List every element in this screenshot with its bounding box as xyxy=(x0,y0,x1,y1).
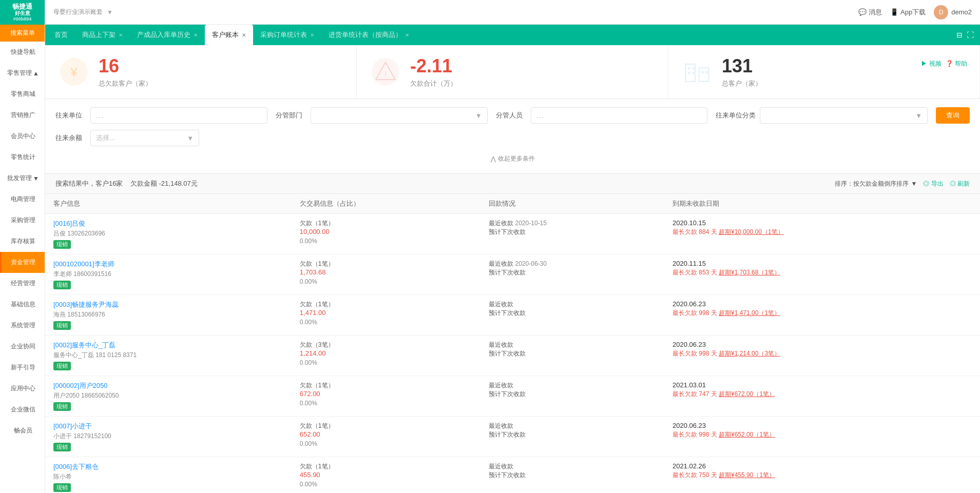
chevron-down-icon: ▼ xyxy=(475,112,482,120)
col-overdue-date: 到期未收款日期 xyxy=(664,194,980,214)
sidebar-item-apps[interactable]: 应用中心 xyxy=(0,378,45,399)
export-btn[interactable]: ◎ 导出 xyxy=(923,180,943,188)
filter-collapse-btn[interactable]: ⋀ 收起更多条件 xyxy=(55,152,970,165)
sidebar-logo[interactable]: 畅捷通 好生意 #00b894 xyxy=(0,0,45,25)
sidebar-item-quick-nav[interactable]: 快捷导航 xyxy=(0,42,45,63)
overdue-days: 最长欠款 750 天 超期¥455.90（1笔） xyxy=(672,471,972,480)
customer-name-link[interactable]: [0016]吕俊 xyxy=(53,220,85,227)
customer-name-link[interactable]: [0003]畅捷服务尹海蕊 xyxy=(53,301,119,308)
app-download-btn[interactable]: 📱 App下载 xyxy=(890,8,926,17)
sidebar-item-retail-stats[interactable]: 零售统计 xyxy=(0,147,45,168)
main-content: 母婴行业演示账套 ▼ 💬 消息 📱 App下载 D demo2 首页 商品上下架… xyxy=(45,0,980,493)
cell-customer-info: [0002]服务中心_丁磊 服务中心_丁磊 181 0125 8371 现销 xyxy=(45,336,292,376)
sidebar-search[interactable]: 搜索菜单 xyxy=(0,25,45,42)
overdue-link[interactable]: 超期¥672.00（1笔） xyxy=(719,390,775,398)
table-row[interactable]: [0001020001]李老师 李老师 18600391516 现销 欠款（1笔… xyxy=(45,254,980,295)
tab-close-inventory-stats[interactable]: ✕ xyxy=(405,32,409,38)
balance-select[interactable]: 选择... ▼ xyxy=(90,130,199,146)
top-header: 母婴行业演示账套 ▼ 💬 消息 📱 App下载 D demo2 xyxy=(45,0,980,25)
tab-inventory-stats[interactable]: 进货单统计表（按商品） ✕ xyxy=(321,25,416,45)
tab-purchase-order[interactable]: 采购订单统计表 ✕ xyxy=(253,25,321,45)
video-help-btn[interactable]: ▶ 视频 xyxy=(921,60,941,68)
stat-label-debt-customers: 总欠款客户（家） xyxy=(99,79,344,88)
debt-amount[interactable]: 672.00 xyxy=(300,390,472,398)
table-row[interactable]: [0003]畅捷服务尹海蕊 海燕 18513066976 现销 欠款（1笔） 1… xyxy=(45,295,980,336)
stat-number-debt-customers: 16 xyxy=(99,55,344,77)
tab-close-products[interactable]: ✕ xyxy=(119,32,123,38)
debt-amount[interactable]: 1,703.68 xyxy=(300,268,472,276)
stat-info-debt-amount: -2.11 欠款合计（万） xyxy=(410,55,656,88)
tab-minimize-icon[interactable]: ⊟ xyxy=(956,31,963,39)
sidebar-item-purchase[interactable]: 采购管理 xyxy=(0,210,45,231)
help-btn[interactable]: ❓ 帮助 xyxy=(946,60,967,68)
table-row[interactable]: [0007]小进干 小进干 18279152100 现销 欠款（1笔） 652.… xyxy=(45,417,980,457)
sidebar-item-warehouse[interactable]: 库存核算 xyxy=(0,231,45,252)
refresh-btn[interactable]: ◎ 刷新 xyxy=(950,180,970,188)
sidebar-item-newbie[interactable]: 新手引导 xyxy=(0,357,45,378)
sidebar-item-member[interactable]: 会员中心 xyxy=(0,126,45,147)
tab-products[interactable]: 商品上下架 ✕ xyxy=(75,25,130,45)
customer-contact: 李老师 18600391516 xyxy=(53,270,283,279)
sidebar-item-batch-mgmt[interactable]: 批发管理 ▼ xyxy=(0,168,45,189)
sidebar-item-system[interactable]: 系统管理 xyxy=(0,315,45,336)
dropdown-arrow: ▼ xyxy=(107,9,113,16)
sidebar-item-finance[interactable]: 资金管理 xyxy=(0,252,45,273)
sidebar-item-retail-mgmt[interactable]: 零售管理 ▲ xyxy=(0,63,45,84)
customer-name-link[interactable]: [0006]去下粮仓 xyxy=(53,463,99,470)
sidebar-item-base-info[interactable]: 基础信息 xyxy=(0,294,45,315)
sidebar-item-enterprise-collab[interactable]: 企业协同 xyxy=(0,336,45,357)
dept-select[interactable]: ▼ xyxy=(311,107,488,124)
overdue-link[interactable]: 超期¥652.00（1笔） xyxy=(719,431,775,438)
unit-type-select[interactable]: ▼ xyxy=(760,107,928,124)
overdue-link[interactable]: 超期¥10,000.00（1笔） xyxy=(719,228,784,235)
sidebar-item-marketing[interactable]: 营销推广 xyxy=(0,105,45,126)
sidebar-item-ecommerce[interactable]: 电商管理 xyxy=(0,189,45,210)
overdue-link[interactable]: 超期¥455.90（1笔） xyxy=(719,471,775,479)
customer-name-link[interactable]: [000002]用户2050 xyxy=(53,382,108,389)
tab-close-purchase-order[interactable]: ✕ xyxy=(310,32,314,38)
from-unit-input[interactable]: ... xyxy=(90,107,267,124)
table-row[interactable]: [0006]去下粮仓 陈小希 现销 欠款（1笔） 455.90 0.00% 最近… xyxy=(45,457,980,494)
tab-close-customer-account[interactable]: ✕ xyxy=(242,32,246,38)
debt-label: 欠款（1笔） xyxy=(300,260,472,268)
building-icon xyxy=(681,55,714,88)
tab-production[interactable]: 产成品入库单历史 ✕ xyxy=(130,25,205,45)
overdue-link[interactable]: 超期¥1,703.68（1笔） xyxy=(719,269,780,276)
debt-amount[interactable]: 455.90 xyxy=(300,471,472,479)
sidebar-item-retail-mall[interactable]: 零售商城 xyxy=(0,84,45,105)
overdue-link[interactable]: 超期¥1,471.00（1笔） xyxy=(719,309,780,317)
debt-amount[interactable]: 1,214.00 xyxy=(300,349,472,357)
sidebar-item-chang-member[interactable]: 畅会员 xyxy=(0,420,45,441)
chevron-down-icon: ▼ xyxy=(915,112,922,120)
tab-expand-icon[interactable]: ⛶ xyxy=(967,31,974,39)
tab-customer-account[interactable]: 客户账本 ✕ xyxy=(205,25,253,45)
tab-close-production[interactable]: ✕ xyxy=(194,32,198,38)
user-avatar[interactable]: D demo2 xyxy=(934,5,972,19)
unit-type-label: 往来单位分类 xyxy=(716,111,756,120)
stat-card-total-customers: 131 总客户（家） ▶ 视频 ❓ 帮助 xyxy=(668,45,980,98)
tab-home[interactable]: 首页 xyxy=(47,25,75,45)
table-row[interactable]: [000002]用户2050 用户2050 18665062050 现销 欠款（… xyxy=(45,376,980,417)
help-icon: ❓ xyxy=(946,60,953,67)
message-btn[interactable]: 💬 消息 xyxy=(858,8,882,17)
debt-amount[interactable]: 1,471.00 xyxy=(300,309,472,317)
debt-amount[interactable]: 652.00 xyxy=(300,430,472,438)
last-payment-label: 最近收款 xyxy=(489,381,656,390)
query-button[interactable]: 查询 xyxy=(936,107,970,124)
sort-select[interactable]: 排序：按欠款金额倒序排序 ▼ xyxy=(835,180,917,188)
overdue-link[interactable]: 超期¥1,214.00（3笔） xyxy=(719,350,780,357)
table-row[interactable]: [0016]吕俊 吕俊 13026203696 现销 欠款（1笔） 10,000… xyxy=(45,214,980,254)
last-payment-label: 最近收款 xyxy=(489,341,656,349)
sidebar-item-enterprise-wechat[interactable]: 企业微信 xyxy=(0,399,45,420)
overdue-date: 2020.06.23 xyxy=(672,341,972,348)
manager-input[interactable]: ... xyxy=(531,107,708,124)
overdue-date: 2021.03.01 xyxy=(672,381,972,389)
debt-amount[interactable]: 10,000.00 xyxy=(300,228,472,235)
customer-name-link[interactable]: [0002]服务中心_丁磊 xyxy=(53,341,116,349)
app-subtitle: 母婴行业演示账套 xyxy=(53,8,103,16)
customer-name-link[interactable]: [0001020001]李老师 xyxy=(53,260,114,268)
cell-overdue: 2020.10.15 最长欠款 884 天 超期¥10,000.00（1笔） xyxy=(664,214,980,254)
sidebar-item-ops[interactable]: 经营管理 xyxy=(0,273,45,294)
table-row[interactable]: [0002]服务中心_丁磊 服务中心_丁磊 181 0125 8371 现销 欠… xyxy=(45,336,980,376)
customer-name-link[interactable]: [0007]小进干 xyxy=(53,422,92,430)
